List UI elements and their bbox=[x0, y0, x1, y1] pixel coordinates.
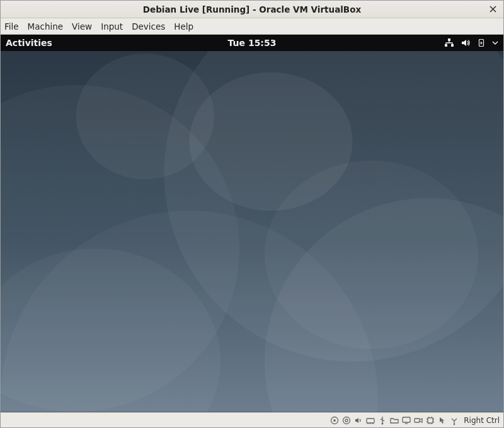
svg-point-18 bbox=[382, 422, 384, 424]
menu-file[interactable]: File bbox=[4, 21, 19, 32]
gnome-topbar: Activities Tue 15:53 bbox=[1, 35, 503, 51]
close-button[interactable] bbox=[488, 4, 498, 14]
recording-icon[interactable] bbox=[413, 415, 423, 425]
clock[interactable]: Tue 15:53 bbox=[228, 38, 277, 48]
menu-input[interactable]: Input bbox=[101, 21, 123, 32]
menubar: File Machine View Input Devices Help bbox=[1, 18, 503, 35]
desktop-wallpaper bbox=[1, 35, 503, 412]
svg-rect-9 bbox=[448, 38, 450, 41]
svg-point-7 bbox=[265, 161, 478, 349]
keyboard-icon[interactable] bbox=[449, 415, 459, 425]
svg-rect-10 bbox=[445, 44, 447, 47]
guest-display[interactable]: Activities Tue 15:53 bbox=[1, 35, 503, 412]
shared-folder-icon[interactable] bbox=[389, 415, 399, 425]
vm-statusbar: Right Ctrl bbox=[1, 412, 503, 427]
svg-point-14 bbox=[334, 419, 335, 420]
system-tray[interactable] bbox=[444, 38, 498, 48]
svg-rect-17 bbox=[367, 419, 374, 423]
menu-view[interactable]: View bbox=[72, 21, 92, 32]
usb-icon[interactable] bbox=[377, 415, 387, 425]
network-icon bbox=[444, 38, 454, 48]
svg-point-16 bbox=[345, 419, 348, 422]
svg-rect-20 bbox=[415, 419, 420, 422]
svg-rect-11 bbox=[451, 44, 454, 47]
svg-rect-19 bbox=[403, 417, 410, 422]
volume-icon bbox=[461, 38, 471, 48]
mouse-integration-icon[interactable] bbox=[437, 415, 447, 425]
network-adapter-icon[interactable] bbox=[365, 415, 375, 425]
host-key-label[interactable]: Right Ctrl bbox=[464, 416, 500, 425]
activities-button[interactable]: Activities bbox=[6, 38, 52, 48]
optical-icon[interactable] bbox=[341, 415, 352, 425]
svg-point-15 bbox=[343, 417, 350, 424]
display-icon[interactable] bbox=[401, 415, 411, 425]
svg-point-22 bbox=[454, 423, 455, 425]
titlebar[interactable]: Debian Live [Running] - Oracle VM Virtua… bbox=[1, 1, 503, 18]
power-icon bbox=[477, 38, 486, 48]
svg-point-6 bbox=[76, 54, 214, 179]
window-title: Debian Live [Running] - Oracle VM Virtua… bbox=[143, 4, 361, 14]
menu-machine[interactable]: Machine bbox=[28, 21, 64, 32]
cpu-icon[interactable] bbox=[425, 415, 435, 425]
harddisk-icon[interactable] bbox=[329, 415, 340, 425]
close-icon bbox=[490, 6, 496, 13]
audio-icon[interactable] bbox=[353, 415, 364, 425]
menu-devices[interactable]: Devices bbox=[132, 21, 165, 32]
vm-window: Debian Live [Running] - Oracle VM Virtua… bbox=[0, 0, 504, 428]
svg-rect-21 bbox=[428, 418, 433, 423]
menu-help[interactable]: Help bbox=[174, 21, 193, 32]
chevron-down-icon bbox=[492, 40, 498, 46]
